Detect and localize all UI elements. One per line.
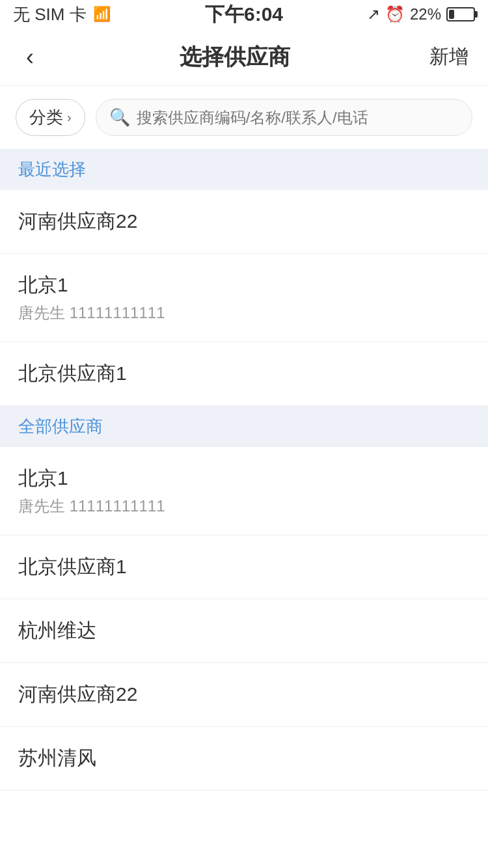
search-icon: 🔍 xyxy=(109,107,130,128)
battery-bar xyxy=(446,7,475,21)
no-sim-text: 无 SIM 卡 xyxy=(13,3,87,26)
item-name: 河南供应商22 xyxy=(18,681,470,708)
location-icon: ↗ xyxy=(367,5,380,23)
item-name: 北京1 xyxy=(18,465,470,492)
item-name: 河南供应商22 xyxy=(18,208,470,235)
list-item[interactable]: 河南供应商22 xyxy=(0,663,488,727)
battery-percent: 22% xyxy=(410,5,441,23)
recent-items-list: 河南供应商22北京1唐先生 11111111111北京供应商1 xyxy=(0,190,488,406)
item-sub: 唐先生 11111111111 xyxy=(18,496,470,517)
item-name: 苏州清风 xyxy=(18,745,470,772)
back-button[interactable]: ‹ xyxy=(20,37,40,77)
page-title: 选择供应商 xyxy=(180,42,290,72)
nav-bar: ‹ 选择供应商 新增 xyxy=(0,29,488,86)
recent-section-header: 最近选择 xyxy=(0,149,488,190)
status-time: 下午6:04 xyxy=(205,1,283,28)
all-section-header: 全部供应商 xyxy=(0,406,488,447)
list-item[interactable]: 北京供应商1 xyxy=(0,342,488,406)
list-item[interactable]: 北京1唐先生 11111111111 xyxy=(0,447,488,536)
status-left: 无 SIM 卡 📶 xyxy=(13,3,111,26)
status-bar: 无 SIM 卡 📶 下午6:04 ↗ ⏰ 22% xyxy=(0,0,488,29)
battery-fill xyxy=(449,10,454,19)
status-right: ↗ ⏰ 22% xyxy=(367,5,475,23)
category-label: 分类 xyxy=(29,106,63,129)
chevron-right-icon: › xyxy=(67,110,72,125)
list-item[interactable]: 北京供应商1 xyxy=(0,536,488,599)
list-item[interactable]: 河南供应商22 xyxy=(0,190,488,254)
item-name: 北京供应商1 xyxy=(18,554,470,580)
alarm-icon: ⏰ xyxy=(385,5,405,23)
item-name: 北京1 xyxy=(18,272,470,299)
category-button[interactable]: 分类 › xyxy=(16,99,85,136)
item-sub: 唐先生 11111111111 xyxy=(18,303,470,323)
add-button[interactable]: 新增 xyxy=(429,44,468,70)
recent-section-label: 最近选择 xyxy=(18,159,86,179)
all-section-label: 全部供应商 xyxy=(18,416,103,436)
list-item[interactable]: 杭州维达 xyxy=(0,599,488,663)
item-name: 北京供应商1 xyxy=(18,360,470,387)
item-name: 杭州维达 xyxy=(18,617,470,644)
search-input[interactable] xyxy=(137,109,459,127)
wifi-icon: 📶 xyxy=(93,6,111,23)
filter-bar: 分类 › 🔍 xyxy=(0,86,488,149)
list-item[interactable]: 苏州清风 xyxy=(0,727,488,791)
all-items-list: 北京1唐先生 11111111111北京供应商1杭州维达河南供应商22苏州清风 xyxy=(0,447,488,791)
list-item[interactable]: 北京1唐先生 11111111111 xyxy=(0,254,488,342)
search-box[interactable]: 🔍 xyxy=(96,99,472,136)
